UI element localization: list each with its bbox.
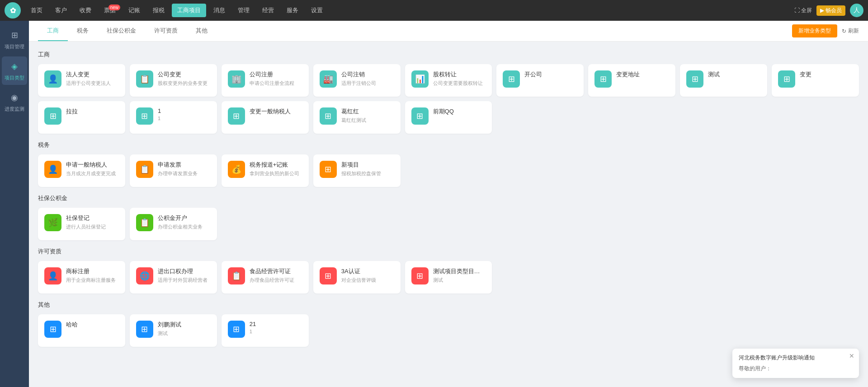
tab-tax[interactable]: 税务 xyxy=(68,21,98,41)
card-desc-legal-change: 适用于公司变更法人 xyxy=(66,80,119,87)
nav-message[interactable]: 消息 xyxy=(208,4,231,17)
card-new-project[interactable]: ⊞ 新项目 报税加税控盘保管 xyxy=(313,154,401,187)
sidebar-item-project-manage[interactable]: ⊞ 项目管理 xyxy=(2,25,27,54)
nav-service[interactable]: 服务 xyxy=(281,4,304,17)
card-equity-transfer[interactable]: 📊 股权转让 公司变更需要股权转让 xyxy=(405,64,492,97)
card-title-company-cancel: 公司注销 xyxy=(341,70,394,79)
card-apply-invoice[interactable]: 📋 申请发票 办理申请发票业务 xyxy=(130,154,217,187)
card-desc-tax-report: 拿到营业执照的新公司 xyxy=(250,170,302,177)
card-company-cancel[interactable]: 🏭 公司注销 适用于注销公司 xyxy=(313,64,401,97)
card-change-address[interactable]: ⊞ 变更地址 xyxy=(588,64,675,97)
nav-settings[interactable]: 设置 xyxy=(306,4,328,17)
card-icon-fund-open: 📋 xyxy=(136,214,153,231)
card-fund-open[interactable]: 📋 公积金开户 办理公积金相关业务 xyxy=(130,208,217,240)
card-title-import-export: 进出口权办理 xyxy=(158,267,211,275)
card-social-register[interactable]: 🌿 社保登记 进行人员社保登记 xyxy=(38,208,125,240)
card-icon-liupeng-test: ⊞ xyxy=(136,321,153,338)
card-liupeng-test[interactable]: ⊞ 刘鹏测试 测试 xyxy=(130,314,217,347)
permit-cards-grid: 👤 商标注册 用于企业商标注册服务 🌐 进出口权办理 适用于对外贸易经营者 📋 xyxy=(38,261,859,294)
card-desc-num21: 1 xyxy=(250,329,302,334)
card-title-lala: 拉拉 xyxy=(66,107,119,116)
card-num21[interactable]: ⊞ 21 1 xyxy=(222,314,309,347)
card-company-register[interactable]: 🏢 公司注册 申请公司注册全流程 xyxy=(222,64,309,97)
card-haha[interactable]: ⊞ 哈哈 xyxy=(38,314,125,347)
card-icon-change-address: ⊞ xyxy=(594,70,612,88)
card-title-num1: 1 xyxy=(158,107,211,114)
card-company-change[interactable]: 📋 公司变更 股权变更外的业务变更 xyxy=(130,64,217,97)
sidebar-item-project-type[interactable]: ◈ 项目类型 xyxy=(2,56,27,85)
new-type-button[interactable]: 新增业务类型 xyxy=(792,24,837,37)
card-apply-tax[interactable]: 👤 申请一般纳税人 当月或次月成变更完成 xyxy=(38,154,125,187)
card-change[interactable]: ⊞ 变更 xyxy=(772,64,859,97)
card-icon-num21: ⊞ xyxy=(228,321,245,338)
card-icon-open-company: ⊞ xyxy=(503,70,520,88)
notification-close-button[interactable]: ✕ xyxy=(849,352,854,359)
card-title-food-permit: 食品经营许可证 xyxy=(250,267,302,275)
card-desc-liupeng-test: 测试 xyxy=(158,330,211,337)
card-legal-change[interactable]: 👤 法人变更 适用于公司变更法人 xyxy=(38,64,125,97)
notification-title: 河北税务数字账户升级影响通知 xyxy=(739,354,853,362)
card-import-export[interactable]: 🌐 进出口权办理 适用于对外贸易经营者 xyxy=(130,261,217,294)
nav-manage[interactable]: 管理 xyxy=(232,4,255,17)
nav-tax[interactable]: 报税 xyxy=(147,4,170,17)
nav-invoice[interactable]: 票据 new xyxy=(99,4,121,17)
card-desc-apply-invoice: 办理申请发票业务 xyxy=(158,170,211,177)
card-num1[interactable]: ⊞ 1 1 xyxy=(130,101,217,134)
card-title-open-company: 开公司 xyxy=(524,70,577,79)
card-test-type[interactable]: ⊞ 测试项目类型目定义 测试 xyxy=(405,261,492,294)
card-3a-cert[interactable]: ⊞ 3A认证 对企业信誉评级 xyxy=(313,261,401,294)
card-icon-apply-invoice: 📋 xyxy=(136,161,153,178)
sidebar: ⊞ 项目管理 ◈ 项目类型 ◉ 进度监测 xyxy=(0,21,29,387)
refresh-button[interactable]: ↻ 刷新 xyxy=(842,27,859,35)
card-trademark[interactable]: 👤 商标注册 用于企业商标注册服务 xyxy=(38,261,125,294)
nav-client[interactable]: 客户 xyxy=(50,4,72,17)
card-mohonghong[interactable]: ⊞ 葛红红 葛红红测试 xyxy=(313,101,401,134)
notification-popup: ✕ 河北税务数字账户升级影响通知 尊敬的用户： xyxy=(732,349,859,378)
card-food-permit[interactable]: 📋 食品经营许可证 办理食品经营许可证 xyxy=(222,261,309,294)
card-icon-company-change: 📋 xyxy=(136,70,153,88)
nav-home[interactable]: 首页 xyxy=(25,4,48,17)
avatar[interactable]: 人 xyxy=(850,4,863,17)
card-title-tax-report: 税务报道+记账 xyxy=(250,161,302,169)
nav-accounts[interactable]: 记账 xyxy=(123,4,146,17)
card-title-3a-cert: 3A认证 xyxy=(341,267,394,275)
tabs: 工商 税务 社保公积金 许可资质 其他 xyxy=(38,21,217,41)
sidebar-item-progress-monitor[interactable]: ◉ 进度监测 xyxy=(2,88,27,116)
card-title-legal-change: 法人变更 xyxy=(66,70,119,79)
card-desc-apply-tax: 当月或次月成变更完成 xyxy=(66,170,119,177)
nav-billing[interactable]: 收费 xyxy=(74,4,97,17)
card-icon-import-export: 🌐 xyxy=(136,267,153,284)
card-change-tax[interactable]: ⊞ 变更一般纳税人 xyxy=(222,101,309,134)
member-button[interactable]: ▶ 畅会员 xyxy=(816,5,845,16)
tab-actions: 新增业务类型 ↻ 刷新 xyxy=(792,24,859,37)
fullscreen-button[interactable]: ⛶ 全屏 xyxy=(794,7,812,14)
card-desc-fund-open: 办理公积金相关业务 xyxy=(158,224,211,230)
section-title-social: 社保公积金 xyxy=(38,194,859,202)
card-desc-food-permit: 办理食品经营许可证 xyxy=(250,277,302,284)
card-pre-qq[interactable]: ⊞ 前期QQ xyxy=(405,101,492,134)
tab-biz[interactable]: 工商 xyxy=(38,21,68,41)
card-icon-apply-tax: 👤 xyxy=(44,161,61,178)
nav-right-actions: ⛶ 全屏 ▶ 畅会员 人 xyxy=(794,4,863,17)
tab-permit[interactable]: 许可资质 xyxy=(145,21,187,41)
card-tax-report[interactable]: 💰 税务报道+记账 拿到营业执照的新公司 xyxy=(222,154,309,187)
card-lala[interactable]: ⊞ 拉拉 xyxy=(38,101,125,134)
card-icon-test-type: ⊞ xyxy=(411,267,429,284)
card-desc-company-change: 股权变更外的业务变更 xyxy=(158,80,211,87)
card-icon-change-tax: ⊞ xyxy=(228,107,245,125)
nav-operation[interactable]: 经营 xyxy=(257,4,279,17)
card-title-mohonghong: 葛红红 xyxy=(341,107,394,116)
card-test[interactable]: ⊞ 测试 xyxy=(680,64,767,97)
tab-other[interactable]: 其他 xyxy=(187,21,217,41)
content-area: 工商 税务 社保公积金 许可资质 其他 新增业务类型 ↻ 刷新 工商 � xyxy=(29,21,868,387)
sidebar-item-label-project-type: 项目类型 xyxy=(5,75,24,81)
card-desc-new-project: 报税加税控盘保管 xyxy=(341,170,394,177)
nav-bizproject[interactable]: 工商项目 xyxy=(172,4,206,17)
card-icon-new-project: ⊞ xyxy=(320,161,337,178)
tax-cards-grid: 👤 申请一般纳税人 当月或次月成变更完成 📋 申请发票 办理申请发票业务 💰 xyxy=(38,154,859,187)
tab-social[interactable]: 社保公积金 xyxy=(98,21,145,41)
card-desc-test-type: 测试 xyxy=(433,277,486,284)
card-open-company[interactable]: ⊞ 开公司 xyxy=(496,64,584,97)
card-desc-company-register: 申请公司注册全流程 xyxy=(250,80,302,87)
project-type-icon: ◈ xyxy=(8,60,21,73)
